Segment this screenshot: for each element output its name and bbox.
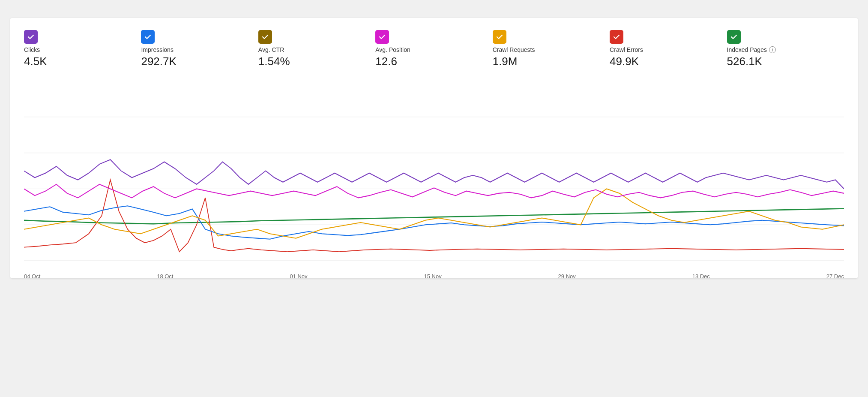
chart-svg bbox=[24, 81, 844, 270]
metric-checkbox-impressions[interactable] bbox=[141, 30, 155, 44]
crawl-requests-line bbox=[24, 189, 844, 238]
metric-item-impressions[interactable]: Impressions292.7K bbox=[141, 30, 258, 68]
avg-position-line bbox=[24, 184, 844, 198]
metric-label-avg-position: Avg. Position bbox=[375, 46, 485, 53]
clicks-line bbox=[24, 159, 844, 189]
metric-item-crawl-requests[interactable]: Crawl Requests1.9M bbox=[493, 30, 610, 68]
metric-item-crawl-errors[interactable]: Crawl Errors49.9K bbox=[610, 30, 727, 68]
info-icon[interactable]: i bbox=[769, 46, 776, 53]
metric-item-indexed-pages[interactable]: Indexed Pagesi526.1K bbox=[727, 30, 844, 68]
metric-value-avg-ctr: 1.54% bbox=[258, 55, 368, 68]
metric-checkbox-avg-ctr[interactable] bbox=[258, 30, 272, 44]
metric-value-avg-position: 12.6 bbox=[375, 55, 485, 68]
metric-label-crawl-requests: Crawl Requests bbox=[493, 46, 603, 53]
metric-label-clicks: Clicks bbox=[24, 46, 134, 53]
metric-value-impressions: 292.7K bbox=[141, 55, 251, 68]
x-axis-label: 18 Oct bbox=[157, 273, 173, 280]
metric-value-crawl-requests: 1.9M bbox=[493, 55, 603, 68]
metrics-row: Clicks4.5KImpressions292.7KAvg. CTR1.54%… bbox=[24, 30, 844, 68]
metric-label-crawl-errors: Crawl Errors bbox=[610, 46, 720, 53]
metric-checkbox-indexed-pages[interactable] bbox=[727, 30, 741, 44]
metric-checkbox-avg-position[interactable] bbox=[375, 30, 389, 44]
x-axis-label: 29 Nov bbox=[558, 273, 576, 280]
x-axis-label: 04 Oct bbox=[24, 273, 40, 280]
metric-item-clicks[interactable]: Clicks4.5K bbox=[24, 30, 141, 68]
x-axis-labels: 04 Oct18 Oct01 Nov15 Nov29 Nov13 Dec27 D… bbox=[24, 271, 844, 280]
x-axis-label: 15 Nov bbox=[424, 273, 441, 280]
metric-checkbox-crawl-requests[interactable] bbox=[493, 30, 506, 44]
metric-value-crawl-errors: 49.9K bbox=[610, 55, 720, 68]
metric-checkbox-crawl-errors[interactable] bbox=[610, 30, 623, 44]
metric-label-impressions: Impressions bbox=[141, 46, 251, 53]
metric-value-clicks: 4.5K bbox=[24, 55, 134, 68]
x-axis-label: 01 Nov bbox=[290, 273, 307, 280]
metric-value-indexed-pages: 526.1K bbox=[727, 55, 837, 68]
x-axis-label: 13 Dec bbox=[692, 273, 710, 280]
metric-item-avg-position[interactable]: Avg. Position12.6 bbox=[375, 30, 492, 68]
metric-label-avg-ctr: Avg. CTR bbox=[258, 46, 368, 53]
metric-checkbox-clicks[interactable] bbox=[24, 30, 38, 44]
metric-item-avg-ctr[interactable]: Avg. CTR1.54% bbox=[258, 30, 375, 68]
overview-card: Clicks4.5KImpressions292.7KAvg. CTR1.54%… bbox=[10, 18, 858, 278]
metric-label-indexed-pages: Indexed Pagesi bbox=[727, 46, 837, 53]
x-axis-label: 27 Dec bbox=[826, 273, 844, 280]
chart-area: 04 Oct18 Oct01 Nov15 Nov29 Nov13 Dec27 D… bbox=[24, 81, 844, 270]
